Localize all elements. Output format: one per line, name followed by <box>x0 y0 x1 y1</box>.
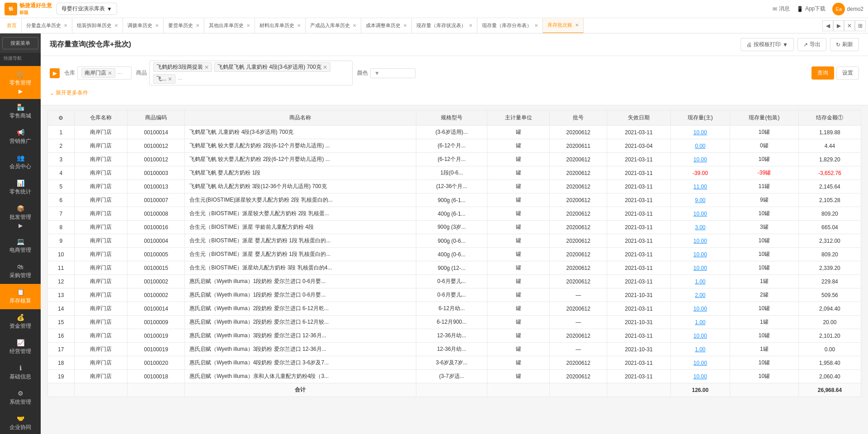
product-tag-3-close[interactable]: ✕ <box>168 76 172 82</box>
tab-close-icon[interactable]: ✕ <box>114 23 118 28</box>
cell-qty-main[interactable]: 10.00 <box>670 261 730 275</box>
tab-close-icon[interactable]: ✕ <box>64 23 67 28</box>
tab-close-icon[interactable]: ✕ <box>403 23 407 28</box>
tab-nav-left[interactable]: ◀ <box>822 20 833 31</box>
color-tag-group[interactable]: ▼ <box>370 68 415 78</box>
tab-成本调整单历史[interactable]: 成本调整单历史 ✕ <box>361 18 412 33</box>
cell-amount: 2,145.64 <box>798 180 861 193</box>
cell-warehouse: 南岸门店 <box>74 153 127 166</box>
cell-qty-main[interactable]: 1.00 <box>670 343 730 356</box>
tab-close-icon[interactable]: ✕ <box>575 23 579 28</box>
tab-close-icon[interactable]: ✕ <box>469 23 472 28</box>
cell-qty-main[interactable]: 11.00 <box>670 180 730 193</box>
col-spec: 规格型号 <box>416 110 487 126</box>
sidebar-item-资金管理[interactable]: 💰 资金管理 <box>0 309 41 335</box>
cell-batch: — <box>550 316 607 329</box>
col-settings[interactable]: ⚙ <box>48 110 75 126</box>
product-tag-2-close[interactable]: ✕ <box>323 64 327 71</box>
tab-nav-close[interactable]: ✕ <box>844 20 855 31</box>
tab-现存量库存分布表[interactable]: 现存量（库存分布表）✕ <box>477 18 543 33</box>
tab-close-icon[interactable]: ✕ <box>534 23 538 28</box>
tab-close-icon[interactable]: ✕ <box>196 23 199 28</box>
cell-qty-main[interactable]: 10.00 <box>670 153 730 166</box>
tab-组装拆卸单历史[interactable]: 组装拆卸单历史 ✕ <box>72 18 123 33</box>
export-icon: ↗ <box>803 42 808 48</box>
tab-要货单历史[interactable]: 要货单历史 ✕ <box>164 18 204 33</box>
refresh-btn[interactable]: ↻ 刷新 <box>830 38 859 51</box>
avatar: Ea <box>832 3 845 15</box>
tab-材料出库单历史[interactable]: 材料出库单历史 ✕ <box>255 18 306 33</box>
tab-调拨单历史[interactable]: 调拨单历史 ✕ <box>123 18 164 33</box>
cell-unit: 罐 <box>487 207 550 221</box>
cell-qty-main[interactable]: 1.00 <box>670 275 730 288</box>
cell-qty-main[interactable]: 10.00 <box>670 302 730 316</box>
search-menu-btn[interactable]: 搜索菜单 <box>2 37 38 49</box>
product-tag-group[interactable]: 飞鹤奶粉3段两提装 ✕ 飞鹤星飞帆 儿童奶粉 4段(3-6岁适用) 700克 ✕… <box>149 61 353 85</box>
cell-spec: (12-36个月... <box>416 180 487 193</box>
cell-qty-main[interactable]: 1.00 <box>670 316 730 329</box>
warehouse-tag-close[interactable]: ✕ <box>108 70 112 76</box>
export-btn[interactable]: ↗ 导出 <box>797 38 826 51</box>
sidebar-item-营销推广[interactable]: 📢 营销推广 <box>0 124 41 150</box>
sidebar-item-基础信息[interactable]: ℹ 基础信息 <box>0 360 41 385</box>
query-btn[interactable]: 查询 <box>811 66 834 80</box>
tab-分量盘点单历史[interactable]: 分量盘点单历史 ✕ <box>22 18 72 33</box>
sidebar-item-零售统计[interactable]: 📊 零售统计 <box>0 175 41 200</box>
cell-qty-main[interactable]: 10.00 <box>670 248 730 261</box>
tab-close-icon[interactable]: ✕ <box>297 23 301 28</box>
product-ellipsis[interactable]: ··· <box>178 76 182 82</box>
user-menu[interactable]: Ea demo2 <box>832 3 863 15</box>
sidebar-item-库存核算[interactable]: 📋 库存核算 <box>0 284 41 309</box>
sidebar-item-零售商城[interactable]: 🏪 零售商城 <box>0 99 41 124</box>
cell-qty-main[interactable]: 10.00 <box>670 234 730 248</box>
expand-conditions-btn[interactable]: ⌄ 展开更多条件 <box>50 89 859 97</box>
cell-qty-main[interactable]: 10.00 <box>670 356 730 370</box>
sidebar-item-电商管理[interactable]: 💻 电商管理 <box>0 233 41 259</box>
app-download-btn[interactable]: 📱 App下载 <box>797 5 826 13</box>
sidebar-item-零售管理[interactable]: 🛒 零售管理 ▶ <box>0 66 41 99</box>
tab-close-icon[interactable]: ✕ <box>353 23 356 28</box>
tab-nav-right[interactable]: ▶ <box>833 20 844 31</box>
wholesale-icon: 📦 <box>17 205 24 212</box>
sidebar-item-采购管理[interactable]: 🛍 采购管理 <box>0 259 41 284</box>
tab-close-icon[interactable]: ✕ <box>246 23 250 28</box>
sidebar-item-会员中心[interactable]: 👥 会员中心 <box>0 150 41 175</box>
arrow-icon: ▶ <box>19 88 23 94</box>
tab-home[interactable]: 首页 <box>2 18 22 33</box>
tab-库存批次账[interactable]: 库存批次账 ✕ <box>543 18 584 33</box>
tab-close-icon[interactable]: ✕ <box>155 23 159 28</box>
col-qty-pack: 现存量(包装) <box>730 110 799 126</box>
cell-qty-main[interactable]: 2.00 <box>670 288 730 302</box>
org-label: 母婴行业演示库表 <box>61 5 105 13</box>
print-label: 按模板打印 <box>754 41 781 48</box>
sidebar-item-批发管理[interactable]: 📦 批发管理 ▶ <box>0 200 41 233</box>
tab-产成品入库单历史[interactable]: 产成品入库单历史 ✕ <box>306 18 361 33</box>
cell-qty-main[interactable]: 0.00 <box>670 139 730 153</box>
warehouse-ellipsis[interactable]: ··· <box>118 70 122 76</box>
cell-qty-main[interactable]: 10.00 <box>670 370 730 383</box>
cell-qty-main[interactable]: 10.00 <box>670 329 730 343</box>
sidebar-item-经营管理[interactable]: 📈 经营管理 <box>0 335 41 360</box>
cell-qty-main[interactable]: 10.00 <box>670 126 730 139</box>
message-btn[interactable]: ✉ 消息 <box>773 5 790 13</box>
cell-qty-main[interactable]: 10.00 <box>670 207 730 221</box>
sidebar-item-企业协同[interactable]: 🤝 企业协同 <box>0 410 41 434</box>
settings-btn[interactable]: 设置 <box>836 66 859 80</box>
tab-现存量库存状况表[interactable]: 现存量（库存状况表）✕ <box>412 18 477 33</box>
cell-qty-main[interactable]: 9.00 <box>670 193 730 207</box>
cell-spec: (3-7岁适... <box>416 370 487 383</box>
org-selector[interactable]: 母婴行业演示库表 ▼ <box>57 3 117 15</box>
product-tag-1-close[interactable]: ✕ <box>204 64 209 71</box>
tab-nav-more[interactable]: ⊞ <box>855 20 866 31</box>
cell-qty-pack: 10罐 <box>730 261 799 275</box>
tab-其他出库单历史[interactable]: 其他出库单历史 ✕ <box>204 18 255 33</box>
content-area: 现存量查询(按仓库+批次) 🖨 按模板打印 ▼ ↗ 导出 ↻ 刷新 <box>41 33 868 434</box>
logo-icon: 畅 <box>5 3 17 15</box>
sidebar-item-系统管理[interactable]: ⚙ 系统管理 <box>0 385 41 410</box>
filter-expand-btn[interactable]: ▶ <box>50 68 60 78</box>
row-num: 10 <box>48 248 75 261</box>
print-btn[interactable]: 🖨 按模板打印 ▼ <box>741 38 794 51</box>
expand-label: 展开更多条件 <box>56 89 88 97</box>
cell-qty-main[interactable]: 3.00 <box>670 221 730 234</box>
warehouse-tag-group[interactable]: 南岸门店 ✕ ··· <box>77 66 132 80</box>
